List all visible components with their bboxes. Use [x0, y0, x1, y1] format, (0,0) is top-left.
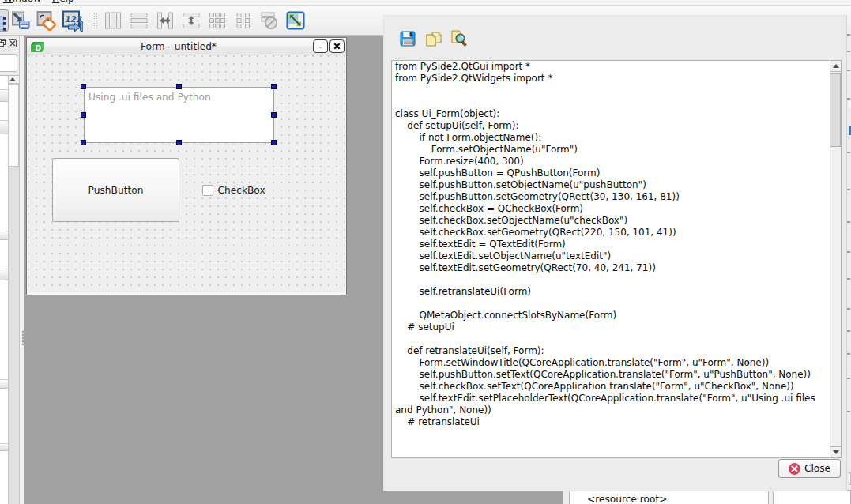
edit-tab-order-icon: 123	[62, 10, 83, 32]
edit-widgets-button[interactable]	[0, 9, 9, 32]
edit-tab-order-button[interactable]: 123	[61, 9, 83, 32]
close-button[interactable]: Close	[778, 459, 841, 478]
qt-designer-screen: { "menubar": { "items": [ {"label_pre":"…	[0, 0, 851, 504]
close-icon	[9, 40, 16, 47]
layout-vertically-button[interactable]	[128, 9, 150, 32]
property-row-mark	[847, 152, 850, 153]
code-line: self.checkBox.setObjectName(u"checkBox")	[395, 215, 828, 227]
property-row-mark	[847, 251, 850, 253]
selection-handle-n[interactable]	[176, 84, 182, 89]
code-line: def retranslateUi(self, Form):	[395, 345, 828, 357]
selection-handle-e[interactable]	[271, 112, 277, 118]
scrollbar-track[interactable]	[9, 167, 19, 504]
property-row-mark	[847, 70, 850, 71]
code-line: self.checkBox = QCheckBox(Form)	[395, 203, 828, 215]
code-line: self.pushButton = QPushButton(Form)	[395, 167, 828, 179]
break-layout-button[interactable]	[258, 9, 281, 32]
property-row-mark	[847, 34, 850, 36]
code-line: # retranslateUi	[395, 416, 828, 428]
code-view[interactable]: from PySide2.QtGui import *from PySide2.…	[391, 60, 842, 458]
edit-buddies-button[interactable]	[35, 9, 57, 32]
widget-box-tree[interactable]	[0, 75, 19, 504]
resource-browser-panel: <resource root>	[569, 490, 769, 504]
code-text: from PySide2.QtGui import *from PySide2.…	[395, 61, 828, 457]
pushbutton-widget[interactable]: PushButton	[52, 158, 179, 222]
scrollbar-thumb[interactable]	[830, 73, 841, 147]
code-line: Form.setWindowTitle(QCoreApplication.tra…	[395, 357, 828, 369]
edit-signals-slots-button[interactable]	[9, 9, 31, 32]
textedit-widget[interactable]: Using .ui files and Python	[84, 87, 274, 143]
checkbox-indicator	[202, 185, 213, 196]
form-window-title: Form - untitled*	[44, 41, 313, 52]
adjust-size-button[interactable]	[284, 9, 307, 32]
menu-bar: Window Help	[0, 0, 851, 6]
checkbox-label: CheckBox	[218, 185, 265, 196]
form-window-titlebar[interactable]: D Form - untitled*	[27, 38, 346, 55]
property-row-mark	[847, 51, 850, 52]
layout-grid-button[interactable]	[206, 9, 228, 32]
layout-horizontal-splitter-button[interactable]	[154, 9, 176, 32]
edit-signals-slots-icon	[9, 10, 30, 31]
code-line: self.checkBox.setText(QCoreApplication.t…	[395, 381, 828, 393]
selection-handle-se[interactable]	[271, 140, 277, 145]
break-layout-icon	[260, 11, 279, 30]
menu-help[interactable]: Help	[52, 0, 74, 4]
save-icon	[399, 30, 416, 47]
property-row-mark	[847, 353, 850, 355]
up-arrow-icon	[9, 77, 16, 81]
widget-filter-input[interactable]	[0, 54, 17, 72]
property-row-mark	[847, 378, 850, 379]
layout-form-icon	[234, 11, 253, 30]
scrollbar-up-button[interactable]	[830, 61, 841, 72]
selection-handle-sw[interactable]	[81, 140, 86, 145]
layout-horizontally-button[interactable]	[102, 9, 124, 32]
form-close-button[interactable]	[329, 39, 345, 53]
code-line: self.checkBox.setGeometry(QRect(220, 150…	[395, 227, 828, 239]
selection-handle-nw[interactable]	[81, 84, 86, 89]
property-row-mark	[847, 221, 850, 223]
code-line: self.pushButton.setGeometry(QRect(30, 13…	[395, 191, 828, 203]
resource-root-item[interactable]: <resource root>	[587, 494, 667, 504]
checkbox-widget[interactable]: CheckBox	[202, 174, 282, 206]
layout-vertical-splitter-button[interactable]	[180, 9, 202, 32]
layout-vertically-icon	[130, 11, 149, 30]
dock-splitter[interactable]	[19, 36, 24, 504]
code-line: self.pushButton.setText(QCoreApplication…	[395, 369, 828, 381]
svg-text:123: 123	[64, 14, 82, 24]
close-red-icon	[789, 463, 800, 475]
code-line: if not Form.objectName():	[395, 132, 828, 144]
float-icon	[0, 40, 6, 47]
toolbar-separator	[93, 13, 97, 28]
scrollbar-down-button[interactable]	[830, 446, 841, 457]
code-line: self.textEdit = QTextEdit(Form)	[395, 239, 828, 250]
minimize-icon	[317, 43, 324, 50]
property-row-mark	[847, 308, 850, 310]
dock-close-button[interactable]	[9, 39, 17, 47]
menu-window[interactable]: Window	[3, 0, 41, 4]
code-line	[395, 333, 828, 345]
selection-handle-s[interactable]	[176, 140, 182, 145]
form-canvas[interactable]: Using .ui files and Python PushButton Ch…	[28, 55, 345, 292]
find-button[interactable]	[449, 28, 469, 49]
selection-handle-ne[interactable]	[271, 84, 277, 89]
widget-box-scrollbar[interactable]	[8, 76, 19, 504]
code-line: def setupUi(self, Form):	[395, 120, 828, 132]
layout-form-button[interactable]	[232, 9, 254, 32]
copy-button[interactable]	[424, 28, 444, 49]
close-icon	[333, 43, 341, 50]
code-line: Form.resize(400, 300)	[395, 156, 828, 167]
scrollbar-up-button[interactable]	[9, 76, 19, 84]
splitter-handle-dots	[22, 330, 24, 345]
form-minimize-button[interactable]	[313, 39, 328, 53]
scrollbar-thumb[interactable]	[9, 84, 19, 167]
close-button-label: Close	[804, 463, 830, 474]
selection-handle-w[interactable]	[81, 112, 86, 118]
code-line: self.pushButton.setObjectName(u"pushButt…	[395, 179, 828, 191]
save-button[interactable]	[397, 28, 418, 49]
up-arrow-icon	[833, 64, 839, 68]
code-scrollbar[interactable]	[830, 61, 841, 457]
bottom-secondary-panel	[773, 490, 851, 504]
code-line	[395, 85, 828, 96]
code-line: self.textEdit.setPlaceholderText(QCoreAp…	[395, 393, 828, 404]
dock-float-button[interactable]	[0, 39, 6, 47]
